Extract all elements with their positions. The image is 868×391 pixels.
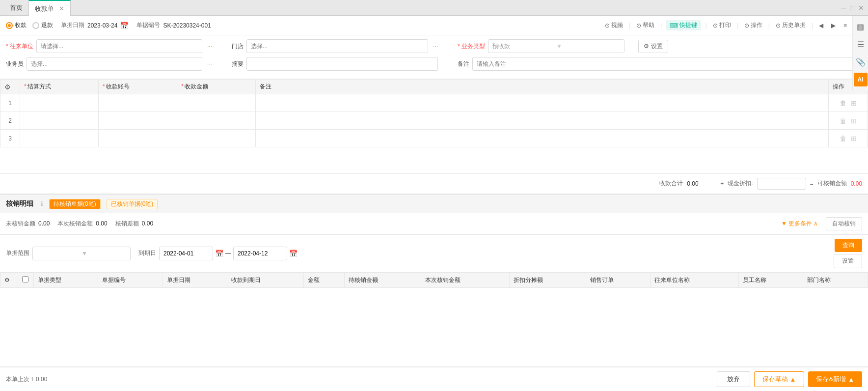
party-more-icon[interactable]: ··· xyxy=(207,43,212,50)
row2-delete-icon[interactable]: 🗑 xyxy=(840,117,846,125)
maximize-btn[interactable]: □ xyxy=(850,4,854,12)
abandon-btn[interactable]: 放弃 xyxy=(717,371,750,387)
store-input[interactable] xyxy=(246,39,428,53)
range-select[interactable]: ▼ xyxy=(32,247,131,260)
done-tab[interactable]: 已核销单据(0笔) xyxy=(107,199,158,209)
calendar-icon[interactable]: 📅 xyxy=(120,22,129,29)
row3-payment[interactable] xyxy=(20,130,99,147)
biz-type-field: 业务类型 预收款 ▼ ··· xyxy=(458,39,634,53)
settings-btn[interactable]: ⚙ 设置 xyxy=(638,40,668,53)
shortcut-btn[interactable]: ⌨ 快捷键 xyxy=(666,20,701,30)
cal-end-icon[interactable]: 📅 xyxy=(289,250,298,257)
next-nav-btn[interactable]: ▶ xyxy=(829,21,838,30)
row3-copy-icon[interactable]: ⊞ xyxy=(851,135,857,142)
pending-tab[interactable]: 待核销单据(0笔) xyxy=(49,199,101,209)
tab-receipt[interactable]: 收款单 ✕ xyxy=(28,0,71,16)
radio-receive[interactable]: 收款 xyxy=(6,21,27,29)
radio-refund[interactable]: 退款 xyxy=(32,21,53,29)
history-btn[interactable]: ⊙ 历史单据 xyxy=(774,20,808,30)
minimize-btn[interactable]: ─ xyxy=(841,4,846,12)
chevron-up-icon: ∧ xyxy=(814,220,818,227)
close-btn[interactable]: ✕ xyxy=(858,4,864,12)
col-remark-header: 备注 xyxy=(256,80,829,94)
row2-account[interactable] xyxy=(99,112,177,130)
number-field: 单据编号 SK-20230324-001 xyxy=(136,21,211,29)
save-draft-btn[interactable]: 保存草稿 ▲ xyxy=(754,371,805,387)
row1-copy-icon[interactable]: ⊞ xyxy=(851,99,857,107)
col-party-name: 往来单位名称 xyxy=(651,273,739,287)
col-check[interactable] xyxy=(18,273,34,287)
col-date: 单据日期 xyxy=(163,273,227,287)
query-settings-btn[interactable]: 设置 xyxy=(834,254,862,268)
save-draft-arrow-icon[interactable]: ▲ xyxy=(790,376,796,383)
store-field: 门店 ··· xyxy=(232,39,438,53)
sidebar-list-btn[interactable]: ☰ xyxy=(854,37,868,51)
row1-remark[interactable] xyxy=(256,94,829,112)
cal-start-icon[interactable]: 📅 xyxy=(215,250,223,257)
prev-nav-btn[interactable]: ◀ xyxy=(817,21,825,30)
row3-delete-icon[interactable]: 🗑 xyxy=(840,135,846,142)
due-start-input[interactable] xyxy=(159,247,213,260)
sidebar-table-btn[interactable]: ▦ xyxy=(854,20,868,33)
row3-remark[interactable] xyxy=(256,130,829,147)
row2-amount[interactable] xyxy=(177,112,256,130)
biz-type-select[interactable]: 预收款 ▼ xyxy=(488,39,624,53)
row1-amount[interactable] xyxy=(177,94,256,112)
sidebar-attachment-btn[interactable]: 📎 xyxy=(854,55,868,69)
bottom-table-section: ⚙ 单据类型 单据编号 单据日期 收款到期日 金额 待核销金额 本次核销金额 折… xyxy=(0,273,868,367)
row1-delete-icon[interactable]: 🗑 xyxy=(840,99,846,107)
summary-input[interactable] xyxy=(246,57,438,71)
table-gear-icon[interactable]: ⚙ xyxy=(4,83,11,91)
col-dept-name: 部门名称 xyxy=(803,273,868,287)
row1-account[interactable] xyxy=(99,94,177,112)
row3-account[interactable] xyxy=(99,130,177,147)
remark-input[interactable] xyxy=(472,57,862,71)
select-all-checkbox[interactable] xyxy=(22,276,28,282)
col-settings-header[interactable]: ⚙ xyxy=(0,80,20,94)
staff-more-icon[interactable]: ··· xyxy=(207,60,212,67)
auto-clear-btn[interactable]: 自动核销 xyxy=(826,217,862,230)
row2-payment[interactable] xyxy=(20,112,99,130)
row3-amount[interactable] xyxy=(177,130,256,147)
sidebar-ai-btn[interactable]: Ai xyxy=(854,73,868,86)
due-end-input[interactable] xyxy=(233,247,287,260)
col-gear[interactable]: ⚙ xyxy=(0,273,18,287)
verification-info-icon[interactable]: ℹ xyxy=(41,200,43,207)
form-row-1: 往来单位 ··· 门店 ··· 业务类型 预收款 ▼ ··· xyxy=(6,39,862,53)
operate-btn[interactable]: ⊙ 操作 xyxy=(742,20,764,30)
col-due: 收款到期日 xyxy=(227,273,304,287)
discount-input[interactable] xyxy=(757,178,806,190)
row2-copy-icon[interactable]: ⊞ xyxy=(851,117,857,125)
col-current: 本次核销金额 xyxy=(421,273,509,287)
party-input[interactable] xyxy=(36,39,202,53)
print-btn[interactable]: ⊙ 打印 xyxy=(711,20,733,30)
table-row: 3 🗑 ⊞ xyxy=(0,130,868,147)
tab-home[interactable]: 首页 xyxy=(4,0,28,16)
row3-actions: 🗑 ⊞ xyxy=(829,130,868,147)
type-radio-group: 收款 退款 xyxy=(6,21,53,29)
query-row: 单据范围 ▼ 到期日 📅 — 📅 查询 设置 xyxy=(6,239,862,268)
row2-remark[interactable] xyxy=(256,112,829,130)
form-row-2: 业务员 ··· 摘要 备注 xyxy=(6,57,862,71)
col-account-header: *收款账号 xyxy=(99,80,177,94)
summary-row: 收款合计 0.00 + 现金折扣: = 可核销金额 0.00 xyxy=(0,173,868,194)
main-content: 收款 退款 单据日期 2023-03-24 📅 单据编号 SK-20230324… xyxy=(0,16,868,391)
save-new-btn[interactable]: 保存&新增 ▲ xyxy=(808,371,862,387)
party-field: 往来单位 ··· xyxy=(6,39,212,53)
staff-input[interactable] xyxy=(27,57,202,71)
col-number: 单据编号 xyxy=(98,273,163,287)
col-amount: 金额 xyxy=(304,273,345,287)
tab-close-icon[interactable]: ✕ xyxy=(59,5,64,12)
footer-info-icon[interactable]: ℹ xyxy=(31,376,34,383)
store-more-icon[interactable]: ··· xyxy=(433,43,438,50)
more-conditions-btn[interactable]: ▼ 更多条件 ∧ xyxy=(781,220,818,228)
history-icon: ⊙ xyxy=(776,22,781,29)
row1-payment[interactable] xyxy=(20,94,99,112)
help-btn[interactable]: ⊙ 帮助 xyxy=(634,20,656,30)
col-pending: 待核销金额 xyxy=(345,273,421,287)
query-btn[interactable]: 查询 xyxy=(835,239,862,252)
toolbar-actions: ⊙ 视频 | ⊙ 帮助 | ⌨ 快捷键 | ⊙ 打印 | ⊙ 操作 | xyxy=(603,20,862,30)
layout-btn1[interactable]: ≡ xyxy=(841,21,849,30)
video-btn[interactable]: ⊙ 视频 xyxy=(603,20,625,30)
save-new-arrow-icon[interactable]: ▲ xyxy=(848,376,854,383)
